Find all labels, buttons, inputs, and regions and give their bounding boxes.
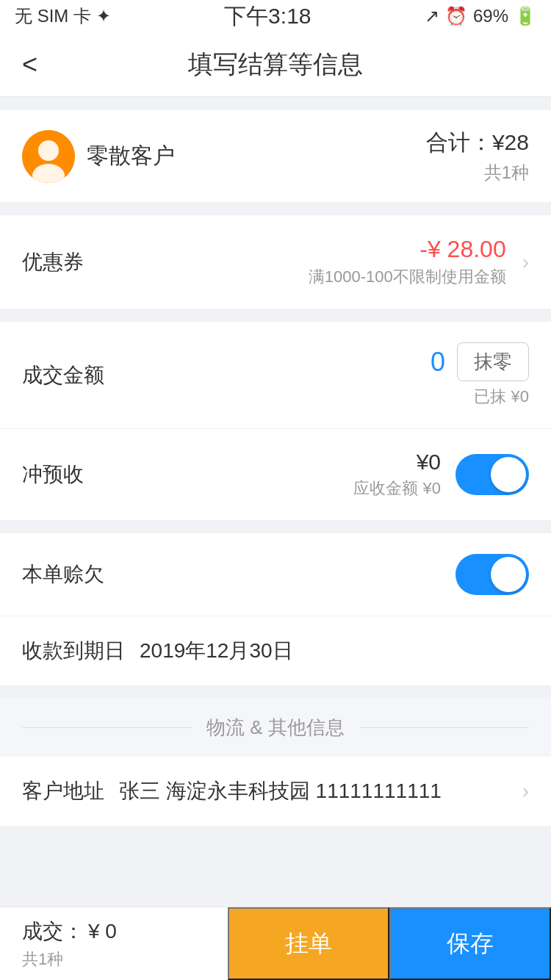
debt-row: 本单赊欠: [0, 533, 551, 616]
coupon-label: 优惠券: [22, 248, 84, 276]
pre-amount: ¥0: [353, 450, 441, 475]
deal-amount-label: 成交金额: [22, 361, 104, 389]
pre-receive-right: ¥0 应收金额 ¥0: [353, 450, 529, 500]
coupon-description: 满1000-100不限制使用金额: [309, 266, 506, 288]
bottom-count: 共1种: [22, 948, 228, 970]
avatar: [22, 130, 75, 183]
status-right: ↗ ⏰ 69% 🔋: [425, 6, 536, 26]
coupon-info: -¥ 28.00 满1000-100不限制使用金额: [309, 236, 506, 288]
coupon-discount: -¥ 28.00: [309, 236, 506, 263]
address-chevron-icon: ›: [522, 779, 529, 803]
debt-toggle-knob: [491, 557, 526, 592]
battery-icon: 🔋: [514, 6, 536, 26]
customer-left: 零散客户: [22, 130, 175, 183]
logistics-label: 物流 & 其他信息: [206, 715, 345, 741]
bottom-bar: 成交： ¥ 0 共1种 挂单 保存: [0, 907, 551, 980]
status-time: 下午3:18: [224, 1, 311, 32]
deal-section: 成交金额 0 抹零 已抹 ¥0 冲预收 ¥0 应收金额 ¥0: [0, 322, 551, 520]
logistics-divider: 物流 & 其他信息: [0, 699, 551, 757]
total-price: 合计：¥28: [426, 128, 529, 158]
pre-receive-row: 冲预收 ¥0 应收金额 ¥0: [0, 429, 551, 520]
sim-status: 无 SIM 卡 ✦: [15, 4, 111, 28]
coupon-section: 优惠券 -¥ 28.00 满1000-100不限制使用金额 ›: [0, 215, 551, 309]
svg-point-1: [38, 140, 59, 161]
customer-section: 零散客户 合计：¥28 共1种: [0, 110, 551, 202]
bottom-summary: 成交： ¥ 0 共1种: [0, 907, 228, 980]
deal-amount-right: 0 抹零 已抹 ¥0: [431, 342, 529, 408]
address-value: 张三 海淀永丰科技园 11111111111: [119, 777, 516, 805]
location-icon: ↗: [425, 6, 439, 26]
divider-line-right: [359, 727, 529, 728]
customer-name: 零散客户: [87, 141, 175, 171]
clock-icon: ⏰: [445, 6, 467, 26]
bottom-deal-row: 成交： ¥ 0: [22, 918, 228, 945]
pre-sub-text: 应收金额 ¥0: [353, 478, 441, 500]
deal-amount-row: 成交金额 0 抹零 已抹 ¥0: [0, 322, 551, 429]
status-left: 无 SIM 卡 ✦: [15, 4, 111, 28]
pre-receive-label: 冲预收: [22, 461, 84, 489]
hold-order-button[interactable]: 挂单: [228, 907, 389, 980]
status-bar: 无 SIM 卡 ✦ 下午3:18 ↗ ⏰ 69% 🔋: [0, 0, 551, 32]
debt-toggle[interactable]: [455, 554, 529, 595]
back-button[interactable]: <: [22, 49, 37, 80]
deal-sub-text: 已抹 ¥0: [431, 386, 529, 408]
divider-line-left: [22, 727, 192, 728]
due-date-value: 2019年12月30日: [140, 637, 293, 665]
coupon-row[interactable]: 优惠券 -¥ 28.00 满1000-100不限制使用金额 ›: [0, 215, 551, 309]
nav-bar: < 填写结算等信息: [0, 32, 551, 97]
deal-amount-value: 0: [431, 347, 445, 378]
bottom-deal-amount: ¥ 0: [88, 920, 117, 943]
due-date-row: 收款到期日 2019年12月30日: [0, 616, 551, 685]
pre-amount-block: ¥0 应收金额 ¥0: [353, 450, 441, 500]
pre-receive-toggle[interactable]: [455, 454, 529, 495]
due-date-label: 收款到期日: [22, 637, 125, 665]
total-count: 共1种: [426, 161, 529, 184]
debt-section: 本单赊欠 收款到期日 2019年12月30日: [0, 533, 551, 685]
chevron-right-icon: ›: [522, 251, 529, 274]
page-title: 填写结算等信息: [188, 48, 363, 82]
address-label: 客户地址: [22, 777, 104, 805]
customer-total: 合计：¥28 共1种: [426, 128, 529, 184]
battery-level: 69%: [473, 6, 508, 26]
customer-row: 零散客户 合计：¥28 共1种: [0, 110, 551, 202]
save-button[interactable]: 保存: [389, 907, 551, 980]
address-section: 客户地址 张三 海淀永丰科技园 11111111111 ›: [0, 757, 551, 826]
bottom-deal-label: 成交：: [22, 918, 84, 945]
debt-label: 本单赊欠: [22, 561, 104, 588]
address-row[interactable]: 客户地址 张三 海淀永丰科技园 11111111111 ›: [0, 757, 551, 826]
coupon-right-block: -¥ 28.00 满1000-100不限制使用金额 ›: [309, 236, 529, 288]
toggle-knob: [491, 457, 526, 492]
round-down-button[interactable]: 抹零: [457, 342, 529, 381]
